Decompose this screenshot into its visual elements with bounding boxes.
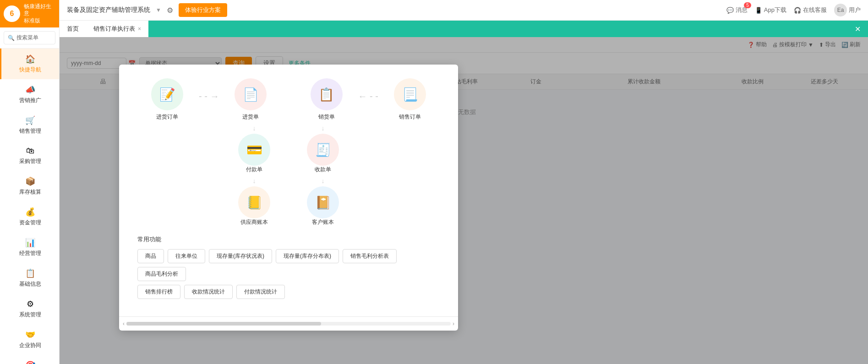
sidebar-item-basic[interactable]: 📋 基础信息 bbox=[0, 263, 59, 293]
experience-btn[interactable]: 体验行业方案 bbox=[179, 3, 227, 17]
flow-purchase-order[interactable]: 📝 进货订单 bbox=[137, 78, 197, 121]
sidebar-nav: 🏠 快捷导航 📣 营销推广 🛒 销售管理 🛍 采购管理 📦 库存核算 💰 bbox=[0, 49, 59, 364]
down-arrow-customer-icon: ↓ bbox=[322, 177, 325, 185]
sidebar-item-label: 经营管理 bbox=[19, 250, 41, 257]
guide-icon: 🎯 bbox=[25, 360, 35, 364]
quick-nav-modal: 📝 进货订单 - - → 📄 进货单 bbox=[119, 65, 458, 331]
flow-sales-order[interactable]: 📃 销售订单 bbox=[380, 78, 440, 121]
sidebar-item-label: 企业协同 bbox=[19, 342, 41, 349]
func-btn-receipt-stats[interactable]: 收款情况统计 bbox=[184, 285, 233, 299]
receipt-circle: 🧾 bbox=[307, 134, 339, 166]
download-icon: 📱 bbox=[755, 7, 762, 14]
sidebar-item-purchase[interactable]: 🛍 采购管理 bbox=[0, 141, 59, 171]
scroll-right-icon[interactable]: › bbox=[453, 321, 454, 327]
func-btns-row2: 销售排行榜 收款情况统计 付款情况统计 bbox=[137, 285, 440, 299]
tab-sales-order-label: 销售订单执行表 bbox=[93, 25, 135, 33]
marketing-icon: 📣 bbox=[25, 85, 35, 95]
payment-label: 付款单 bbox=[246, 166, 262, 174]
common-functions-title: 常用功能 bbox=[137, 235, 440, 244]
tabs-bar: 首页 销售订单执行表 × ✕ bbox=[60, 21, 868, 37]
func-btn-payment-stats[interactable]: 付款情况统计 bbox=[236, 285, 285, 299]
modal-overlay[interactable]: 📝 进货订单 - - → 📄 进货单 bbox=[60, 37, 868, 364]
func-btn-sales-gross[interactable]: 销售毛利分析表 bbox=[343, 249, 397, 263]
service-label: 在线客服 bbox=[803, 6, 827, 14]
purchase-order-circle: 📝 bbox=[151, 78, 183, 110]
receipt-label: 收款单 bbox=[315, 166, 331, 174]
sidebar-item-inventory[interactable]: 📦 库存核算 bbox=[0, 171, 59, 201]
basic-icon: 📋 bbox=[25, 268, 35, 278]
finance-icon: 💰 bbox=[25, 207, 35, 217]
func-btn-product[interactable]: 商品 bbox=[137, 249, 164, 263]
down-arrow-supplier-icon: ↓ bbox=[253, 177, 256, 185]
quick-nav-icon: 🏠 bbox=[25, 54, 35, 64]
top-header: 装备及固定资产辅助管理系统 ▼ ⚙ 体验行业方案 💬 消息 5 📱 App下载 … bbox=[60, 0, 868, 21]
sidebar-item-label: 快捷导航 bbox=[19, 66, 41, 74]
func-btn-partner[interactable]: 往来单位 bbox=[168, 249, 205, 263]
sidebar-item-label: 采购管理 bbox=[19, 158, 41, 165]
sales-bill-circle: 📋 bbox=[311, 78, 343, 110]
func-btn-sales-rank[interactable]: 销售排行榜 bbox=[137, 285, 180, 299]
sidebar-item-operation[interactable]: 📊 经营管理 bbox=[0, 232, 59, 263]
user-name: 用户 bbox=[849, 6, 861, 14]
down-arrow-receipt-icon: ↓ bbox=[322, 125, 325, 132]
message-btn[interactable]: 💬 消息 5 bbox=[726, 6, 748, 14]
header-right: 💬 消息 5 📱 App下载 🎧 在线客服 Ea 用户 bbox=[726, 4, 861, 16]
tab-close-icon[interactable]: × bbox=[138, 26, 141, 32]
settings-gear-icon[interactable]: ⚙ bbox=[167, 6, 173, 15]
sidebar-item-quick-nav[interactable]: 🏠 快捷导航 bbox=[0, 49, 59, 79]
app-download-label: App下载 bbox=[764, 6, 786, 14]
down-arrow-payment-icon: ↓ bbox=[253, 125, 256, 132]
sidebar-item-label: 库存核算 bbox=[19, 188, 41, 196]
sales-order-label: 销售订单 bbox=[399, 113, 421, 121]
avatar: Ea bbox=[834, 4, 847, 16]
common-functions: 常用功能 商品 往来单位 现存量(库存状况表) 现存量(库存分布表) 销售毛利分… bbox=[137, 235, 440, 299]
payment-circle: 💳 bbox=[238, 134, 270, 166]
sidebar-item-marketing[interactable]: 📣 营销推广 bbox=[0, 79, 59, 110]
operation-icon: 📊 bbox=[25, 238, 35, 248]
tab-sales-order[interactable]: 销售订单执行表 × bbox=[86, 21, 148, 37]
flow-sales-bill[interactable]: 📋 销货单 bbox=[297, 78, 356, 121]
func-btns-row1: 商品 往来单位 现存量(库存状况表) 现存量(库存分布表) 销售毛利分析表 商品… bbox=[137, 249, 440, 281]
message-icon: 💬 bbox=[726, 7, 734, 14]
sidebar-item-label: 资金管理 bbox=[19, 219, 41, 227]
message-badge: 5 bbox=[744, 2, 751, 8]
sidebar-logo: 6 畅康通好生意 标准版 bbox=[0, 0, 59, 27]
supplier-label: 供应商账本 bbox=[240, 218, 268, 226]
sidebar-item-finance[interactable]: 💰 资金管理 bbox=[0, 201, 59, 232]
sidebar-item-system[interactable]: ⚙ 系统管理 bbox=[0, 293, 59, 324]
tab-home-label: 首页 bbox=[67, 25, 79, 33]
sidebar: 6 畅康通好生意 标准版 🔍 搜索菜单 🏠 快捷导航 📣 营销推广 🛒 bbox=[0, 0, 60, 364]
sales-order-circle: 📃 bbox=[394, 78, 426, 110]
main-content: 装备及固定资产辅助管理系统 ▼ ⚙ 体验行业方案 💬 消息 5 📱 App下载 … bbox=[60, 0, 868, 364]
purchase-icon: 🛍 bbox=[26, 146, 34, 156]
search-menu-button[interactable]: 🔍 搜索菜单 bbox=[4, 31, 55, 44]
scrollbar-track bbox=[126, 322, 451, 326]
arrow-2-icon: ← - - bbox=[356, 91, 380, 102]
app-download-btn[interactable]: 📱 App下载 bbox=[755, 6, 786, 14]
enterprise-icon: 🤝 bbox=[25, 330, 35, 340]
search-icon: 🔍 bbox=[8, 35, 15, 41]
search-menu-label: 搜索菜单 bbox=[16, 34, 38, 42]
dropdown-arrow-icon[interactable]: ▼ bbox=[156, 7, 161, 13]
logo-icon: 6 bbox=[4, 5, 20, 22]
sidebar-item-enterprise[interactable]: 🤝 企业协同 bbox=[0, 324, 59, 355]
tab-home[interactable]: 首页 bbox=[60, 21, 86, 37]
sidebar-search[interactable]: 🔍 搜索菜单 bbox=[0, 27, 59, 49]
arrow-1-icon: - - → bbox=[197, 91, 221, 102]
sidebar-item-sales[interactable]: 🛒 销售管理 bbox=[0, 110, 59, 141]
user-avatar[interactable]: Ea 用户 bbox=[834, 4, 861, 16]
func-btn-stock-status[interactable]: 现存量(库存状况表) bbox=[209, 249, 272, 263]
func-btn-product-gross[interactable]: 商品毛利分析 bbox=[137, 267, 186, 281]
scroll-left-icon[interactable]: ‹ bbox=[123, 321, 125, 327]
func-btn-stock-dist[interactable]: 现存量(库存分布表) bbox=[276, 249, 339, 263]
sidebar-item-guide[interactable]: 🎯 新手引导 bbox=[0, 355, 59, 364]
tabs-close-all-btn[interactable]: ✕ bbox=[851, 25, 864, 33]
sidebar-item-label: 销售管理 bbox=[19, 127, 41, 135]
system-title: 装备及固定资产辅助管理系统 bbox=[67, 6, 150, 14]
inventory-icon: 📦 bbox=[25, 176, 35, 186]
sidebar-item-label: 系统管理 bbox=[19, 311, 41, 319]
flow-purchase-bill[interactable]: 📄 进货单 bbox=[221, 78, 280, 121]
modal-scrollbar: ‹ › bbox=[119, 316, 458, 331]
purchase-order-label: 进货订单 bbox=[156, 113, 178, 121]
online-service-btn[interactable]: 🎧 在线客服 bbox=[794, 6, 827, 14]
